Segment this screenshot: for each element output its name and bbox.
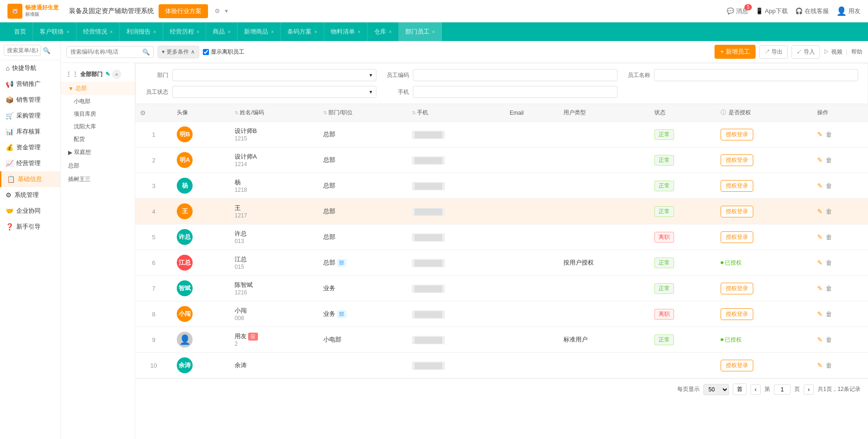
sidebar-item-system[interactable]: ⚙ 系统管理 [0, 187, 60, 203]
message-btn[interactable]: 💬 消息 5 [727, 7, 748, 15]
sidebar-item-finance[interactable]: 💰 资金管理 [0, 139, 60, 155]
sidebar-item-purchase[interactable]: 🛒 采购管理 [0, 108, 60, 124]
online-service-btn[interactable]: 🎧 在线客服 [795, 7, 829, 15]
show-resigned-checkbox[interactable] [203, 49, 209, 55]
edit-icon-6[interactable]: ✎ [817, 285, 823, 292]
dept-item-general[interactable]: 总部 [61, 159, 135, 173]
delete-icon-4[interactable]: 🗑 [826, 233, 832, 241]
page-input[interactable] [774, 384, 791, 395]
auth-info-icon[interactable]: ⓘ [721, 109, 726, 116]
edit-icon-3[interactable]: ✎ [817, 208, 823, 215]
tab-close-customer[interactable]: × [67, 29, 69, 35]
auth-btn-3[interactable]: 授权登录 [721, 206, 753, 217]
tab-operations[interactable]: 经营情况× [76, 22, 120, 41]
delete-icon-1[interactable]: 🗑 [826, 156, 832, 164]
dept-item-potted-king[interactable]: 插树王三 [61, 173, 135, 186]
show-resigned-label[interactable]: 显示离职员工 [203, 48, 244, 56]
auth-btn-7[interactable]: 授权登录 [721, 308, 753, 320]
tab-employee[interactable]: 部门员工× [399, 22, 442, 41]
tab-close-goods[interactable]: × [228, 29, 230, 35]
auth-btn-1[interactable]: 授权登录 [721, 154, 753, 166]
collapse-dept-btn[interactable]: « [112, 70, 121, 79]
auth-btn-9[interactable]: 授权登录 [721, 360, 753, 371]
auth-btn-6[interactable]: 授权登录 [721, 283, 753, 294]
edit-icon-0[interactable]: ✎ [817, 131, 823, 138]
dept-item-headquarters[interactable]: ▼ 总部 [61, 82, 135, 95]
sidebar-item-guide[interactable]: ❓ 新手引导 [0, 219, 60, 235]
tab-close-employee[interactable]: × [432, 29, 435, 35]
tab-profit[interactable]: 利润报告× [120, 22, 163, 41]
delete-icon-8[interactable]: 🗑 [826, 336, 832, 343]
delete-icon-6[interactable]: 🗑 [826, 285, 832, 292]
edit-icon-2[interactable]: ✎ [817, 182, 823, 189]
view-btn[interactable]: ▷ 视频 [824, 48, 842, 56]
first-page-btn[interactable]: 首 [733, 383, 747, 395]
sort-dept-icon[interactable]: ⇅ [323, 110, 327, 115]
delete-icon-5[interactable]: 🗑 [826, 259, 832, 266]
auth-btn-0[interactable]: 授权登录 [721, 129, 753, 140]
edit-icon-5[interactable]: ✎ [817, 259, 823, 266]
auth-btn-2[interactable]: 授权登录 [721, 180, 753, 192]
filter-phone-input[interactable] [413, 86, 617, 98]
delete-icon-9[interactable]: 🗑 [826, 362, 832, 369]
sidebar-item-quick-nav[interactable]: ⌂ 快捷导航 [0, 60, 60, 76]
delete-icon-2[interactable]: 🗑 [826, 182, 832, 189]
tab-close-history[interactable]: × [197, 29, 200, 35]
table-settings-icon[interactable]: ⚙ [140, 109, 146, 117]
sidebar-item-enterprise[interactable]: 🤝 企业协同 [0, 203, 60, 219]
dept-item-shenyang[interactable]: 沈阳大库 [61, 120, 135, 133]
dept-item-small-electronics[interactable]: 小电部 [61, 95, 135, 108]
tab-close-barcode[interactable]: × [314, 29, 317, 35]
more-conditions-btn[interactable]: ▾ 更多条件 ∧ [158, 46, 199, 58]
tab-barcode[interactable]: 条码方案× [281, 22, 324, 41]
next-page-btn[interactable]: › [804, 384, 814, 395]
tab-home[interactable]: 首页 [7, 22, 33, 41]
delete-icon-0[interactable]: 🗑 [826, 131, 832, 138]
tab-close-operations[interactable]: × [110, 29, 113, 35]
filter-dept-select[interactable]: ▾ [172, 69, 376, 81]
search-input[interactable] [70, 49, 140, 55]
edit-icon-9[interactable]: ✎ [817, 362, 823, 369]
add-employee-btn[interactable]: + 新增员工 [715, 45, 755, 59]
filter-status-select[interactable]: ▾ [172, 86, 376, 98]
experience-btn[interactable]: 体验行业方案 [159, 4, 208, 18]
tab-bom[interactable]: 物料清单× [324, 22, 368, 41]
tab-close-warehouse[interactable]: × [389, 29, 392, 35]
delete-icon-3[interactable]: 🗑 [826, 208, 832, 215]
sort-name-icon[interactable]: ⇅ [235, 110, 238, 115]
auth-btn-4[interactable]: 授权登录 [721, 231, 753, 243]
edit-icon-7[interactable]: ✎ [817, 310, 823, 318]
tab-goods[interactable]: 商品× [206, 22, 237, 41]
export-btn[interactable]: ↗ 导出 [759, 45, 788, 59]
tab-new-goods[interactable]: 新增商品× [237, 22, 281, 41]
tab-customer[interactable]: 客户联络× [33, 22, 76, 41]
sidebar-search-input[interactable] [4, 45, 41, 56]
edit-icon-4[interactable]: ✎ [817, 233, 823, 241]
filter-code-input[interactable] [413, 69, 617, 81]
dept-item-project-warehouse[interactable]: 项目库房 [61, 108, 135, 120]
user-btn[interactable]: 👤 用友 [836, 6, 861, 16]
prev-page-btn[interactable]: ‹ [750, 384, 761, 395]
tab-close-profit[interactable]: × [153, 29, 156, 35]
help-btn[interactable]: 帮助 [851, 48, 862, 56]
tab-close-new-goods[interactable]: × [271, 29, 274, 35]
tab-warehouse[interactable]: 仓库× [368, 22, 399, 41]
import-btn[interactable]: ↙ 导入 [792, 45, 820, 59]
edit-icon-1[interactable]: ✎ [817, 156, 823, 164]
dept-item-dual-mansion[interactable]: ▶ 双庭想 [61, 146, 135, 159]
delete-icon-7[interactable]: 🗑 [826, 310, 832, 318]
tab-close-bom[interactable]: × [358, 29, 361, 35]
sort-phone-icon[interactable]: ⇅ [412, 110, 416, 115]
app-download-btn[interactable]: 📱 App下载 [756, 7, 788, 15]
dropdown-icon[interactable]: ▾ [225, 7, 228, 14]
tab-history[interactable]: 经营历程× [163, 22, 207, 41]
dept-item-distribution[interactable]: 配货 [61, 133, 135, 146]
page-size-select[interactable]: 50 20 100 [703, 384, 729, 395]
sidebar-item-sales[interactable]: 📦 销售管理 [0, 92, 60, 108]
gear-icon[interactable]: ⚙ [215, 7, 220, 14]
sidebar-item-basic-info[interactable]: 📋 基础信息 [0, 171, 60, 187]
sidebar-item-inventory[interactable]: 📊 库存核算 [0, 124, 60, 139]
filter-name-input[interactable] [654, 69, 858, 81]
edit-icon[interactable]: ✎ [105, 71, 110, 77]
edit-icon-8[interactable]: ✎ [817, 336, 823, 343]
